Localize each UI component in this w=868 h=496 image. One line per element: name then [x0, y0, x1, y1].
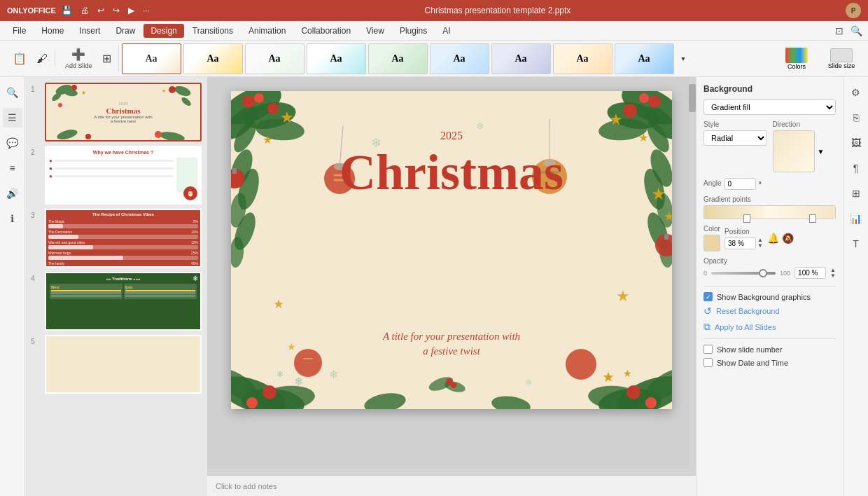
- vertical-scrollbar[interactable]: [689, 77, 696, 475]
- horizontal-scrollbar[interactable]: [207, 468, 689, 475]
- undo-icon[interactable]: ↩: [97, 6, 104, 15]
- slide-item-4[interactable]: 4 »» Traditions ««« West East: [31, 272, 202, 331]
- slide-thumb-3[interactable]: The Recipe of Christmas Vibes The Magic …: [45, 209, 202, 268]
- theme-5[interactable]: Aa: [368, 43, 428, 74]
- menu-ai[interactable]: AI: [435, 24, 457, 38]
- menu-file[interactable]: File: [6, 24, 33, 38]
- avatar[interactable]: P: [846, 3, 861, 18]
- menu-animation[interactable]: Animation: [241, 24, 293, 38]
- svg-text:★: ★: [280, 109, 294, 126]
- slide-item-2[interactable]: 2 Why we have Christmas ? ● ● ●: [31, 146, 202, 205]
- slide-layout-button[interactable]: ⊞: [98, 50, 115, 67]
- bell-outline-icon[interactable]: 🔕: [782, 233, 794, 244]
- slide-main-title[interactable]: Christmas: [231, 144, 672, 202]
- add-slide-button[interactable]: ➕ Add Slide: [61, 46, 97, 71]
- chart-right-icon[interactable]: 📊: [846, 209, 866, 228]
- font-right-icon[interactable]: T: [846, 234, 866, 254]
- show-background-checkbox[interactable]: ✓: [704, 292, 713, 301]
- slide-thumb-5[interactable]: [45, 335, 202, 394]
- apply-all-row[interactable]: ⧉ Apply to All Slides: [704, 321, 836, 333]
- menu-draw[interactable]: Draw: [108, 24, 142, 38]
- scrollbar-thumb[interactable]: [689, 84, 696, 112]
- show-date-time-row[interactable]: Show Date and Time: [704, 358, 836, 367]
- position-input[interactable]: [724, 237, 756, 249]
- opacity-thumb[interactable]: [759, 269, 767, 277]
- copy-format-button[interactable]: 🖌: [32, 50, 52, 67]
- more-icon[interactable]: ···: [143, 6, 150, 15]
- audio-icon[interactable]: 🔊: [3, 184, 22, 203]
- gradient-stop-1[interactable]: [743, 214, 750, 223]
- show-date-time-checkbox[interactable]: [704, 358, 713, 367]
- show-background-row[interactable]: ✓ Show Background graphics: [704, 292, 836, 301]
- play-icon[interactable]: ▶: [128, 6, 134, 15]
- svg-point-22: [254, 93, 264, 103]
- copy-right-icon[interactable]: ⎘: [846, 108, 866, 128]
- opacity-slider[interactable]: [711, 272, 776, 275]
- menu-insert[interactable]: Insert: [72, 24, 107, 38]
- fill-type-select[interactable]: Gradient fill: [704, 99, 836, 115]
- colors-swatch: [785, 48, 808, 63]
- menu-collaboration[interactable]: Collaboration: [294, 24, 358, 38]
- slide-thumb-1[interactable]: ★ ★: [45, 83, 202, 142]
- titlebar-left: ONLYOFFICE 💾 🖨 ↩ ↪ ▶ ···: [7, 6, 150, 15]
- svg-point-31: [648, 95, 661, 108]
- menu-view[interactable]: View: [359, 24, 391, 38]
- redo-icon[interactable]: ↪: [113, 6, 120, 15]
- position-down-arrow[interactable]: ▼: [757, 243, 763, 249]
- bell-filled-icon[interactable]: 🔔: [767, 233, 779, 244]
- headings-icon[interactable]: ≡: [3, 158, 22, 178]
- menu-plugins[interactable]: Plugins: [393, 24, 434, 38]
- gradient-bar[interactable]: [704, 205, 836, 219]
- menu-home[interactable]: Home: [34, 24, 71, 38]
- style-select[interactable]: Radial: [704, 130, 767, 146]
- theme-7-label: Aa: [514, 53, 526, 64]
- slide-item-3[interactable]: 3 The Recipe of Christmas Vibes The Magi…: [31, 209, 202, 268]
- notes-bar[interactable]: Click to add notes: [207, 475, 696, 496]
- opacity-input[interactable]: [794, 267, 826, 279]
- direction-dropdown-icon[interactable]: ▼: [818, 148, 825, 156]
- canvas-scroll[interactable]: ★ ★ ★ ★: [207, 77, 696, 475]
- direction-preview[interactable]: [773, 130, 815, 172]
- opacity-down-arrow[interactable]: ▼: [830, 273, 836, 279]
- image-right-icon[interactable]: 🖼: [846, 133, 866, 153]
- gradient-stop-2[interactable]: [809, 214, 816, 223]
- text-right-icon[interactable]: ¶: [846, 158, 866, 178]
- slides-panel-icon[interactable]: ☰: [3, 108, 22, 128]
- info-icon[interactable]: ℹ: [3, 209, 22, 228]
- theme-3[interactable]: Aa: [245, 43, 304, 74]
- menu-design[interactable]: Design: [144, 24, 183, 38]
- theme-8[interactable]: Aa: [553, 43, 612, 74]
- color-swatch[interactable]: [704, 235, 720, 252]
- slide-subtitle[interactable]: A title for your presentation with a fes…: [231, 329, 672, 359]
- print-icon[interactable]: 🖨: [80, 6, 89, 15]
- search-left-icon[interactable]: 🔍: [3, 83, 22, 102]
- slide-thumb-4[interactable]: »» Traditions ««« West East: [45, 272, 202, 331]
- slide-canvas[interactable]: ★ ★ ★ ★: [231, 91, 672, 409]
- theme-1[interactable]: Aa: [122, 43, 181, 74]
- theme-9[interactable]: Aa: [615, 43, 674, 74]
- slide-size-button[interactable]: Slide size: [820, 46, 862, 72]
- angle-input[interactable]: [724, 178, 756, 190]
- theme-7[interactable]: Aa: [491, 43, 551, 74]
- show-slide-number-row[interactable]: Show slide number: [704, 345, 836, 354]
- slide-item-5[interactable]: 5: [31, 335, 202, 394]
- paste-button[interactable]: 📋: [8, 50, 31, 67]
- colors-button[interactable]: Colors: [776, 45, 818, 73]
- table-right-icon[interactable]: ⊞: [846, 184, 866, 203]
- toolbar-slide-group: ➕ Add Slide ⊞: [58, 46, 119, 71]
- menu-transitions[interactable]: Transitions: [186, 24, 240, 38]
- reset-background-row[interactable]: ↺ Reset Background: [704, 305, 836, 317]
- show-slide-number-checkbox[interactable]: [704, 345, 713, 354]
- settings-icon[interactable]: ⚙: [846, 83, 866, 102]
- slide-thumb-2[interactable]: Why we have Christmas ? ● ● ● 🎅: [45, 146, 202, 205]
- theme-6[interactable]: Aa: [430, 43, 489, 74]
- fit-page-icon[interactable]: ⊡: [835, 25, 844, 36]
- theme-4[interactable]: Aa: [307, 43, 366, 74]
- save-icon[interactable]: 💾: [62, 6, 72, 15]
- theme-2[interactable]: Aa: [183, 43, 243, 74]
- comments-icon[interactable]: 💬: [3, 133, 22, 153]
- search-icon[interactable]: 🔍: [850, 25, 862, 36]
- themes-dropdown-button[interactable]: ▼: [676, 53, 691, 64]
- slide-item-1[interactable]: 1 ★ ★: [31, 83, 202, 142]
- color-position-row: Color Position ▲ ▼ 🔔 🔕: [704, 225, 836, 252]
